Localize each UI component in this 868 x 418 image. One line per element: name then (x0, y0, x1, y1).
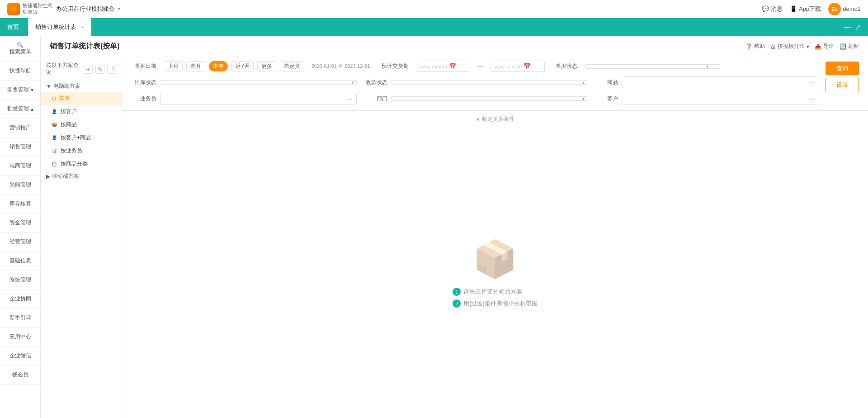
logo-icon: 🔶 (7, 3, 20, 15)
top-right-actions: 💬 消息 📱 App下载 Ea demo2 (762, 3, 861, 15)
sidebar-item-marketing[interactable]: 营销推广 (0, 119, 40, 138)
scheme-section-mobile[interactable]: ▶ 移动端方案 (41, 171, 122, 182)
tab-bar: 首页 销售订单统计表 × — ⤢ (0, 18, 868, 36)
tip-num-2: 2 (453, 299, 461, 308)
salesman-label: 业务员 (131, 95, 156, 103)
main-layout: 🔍 搜索菜单 快捷导航 零售管理 ▾ 批发管理 ▴ 营销推广 销售管理 电商管理… (0, 36, 868, 418)
customer-select[interactable]: ··· (622, 93, 818, 104)
scheme-add-btn[interactable]: + (84, 65, 93, 74)
sidebar-item-basic[interactable]: 基础信息 (0, 252, 40, 271)
out-status-select[interactable]: ▾ (160, 80, 357, 85)
scheme-item-by-order[interactable]: ⊙ 按单 (41, 92, 122, 105)
filter-actions-col: 查询 设置 (826, 62, 859, 92)
export-btn[interactable]: 📤 导出 (815, 43, 834, 50)
settings-button[interactable]: 设置 (826, 78, 859, 92)
collapse-bar[interactable]: ∧ 收起更多条件 (122, 110, 868, 128)
more-btn[interactable]: 更多 (257, 61, 276, 71)
date-label: 单据日期 (131, 62, 156, 70)
scheme-section-pc[interactable]: ▼ 电脑端方案 (41, 81, 122, 92)
sidebar-item-member[interactable]: 畅会员 (0, 366, 40, 385)
this-year-btn[interactable]: 本年 (209, 61, 228, 71)
sidebar-item-finance[interactable]: 资金管理 (0, 214, 40, 233)
salesman-select[interactable]: ··· (160, 93, 357, 104)
scheme-panel-header: 按以下方案查询 + ✎ 《 (41, 60, 122, 81)
sidebar-item-guide[interactable]: 新手引导 (0, 309, 40, 328)
filter-row-1: 单据日期 上月 本月 本年 近7天 更多 自定义 2023-01-01 至 20… (131, 61, 818, 72)
customer-ellipsis: ··· (809, 95, 814, 102)
custom-btn[interactable]: 自定义 (280, 61, 304, 71)
export-icon: 📤 (815, 43, 821, 50)
status-select[interactable]: ▾ (585, 64, 720, 69)
sidebar-item-operations[interactable]: 经营管理 (0, 233, 40, 252)
goods-select[interactable]: ··· (622, 76, 818, 88)
sidebar-item-search[interactable]: 🔍 搜索菜单 (0, 36, 40, 62)
dept-label: 部门 (362, 95, 387, 103)
this-month-btn[interactable]: 本月 (186, 61, 205, 71)
tab-sales-order-stats[interactable]: 销售订单统计表 × (28, 18, 91, 36)
sidebar-item-wechat[interactable]: 企业微信 (0, 347, 40, 366)
customer-cell: 客户 ··· (593, 93, 818, 104)
filter-bar: 单据日期 上月 本月 本年 近7天 更多 自定义 2023-01-01 至 20… (122, 55, 868, 110)
sidebar-item-purchase[interactable]: 采购管理 (0, 176, 40, 195)
sidebar-item-sales[interactable]: 销售管理 (0, 138, 40, 157)
app-title-dropdown[interactable]: 办公用品行业模拟账套 ▼ (56, 5, 121, 13)
receipt-status-chevron-icon: ▾ (582, 80, 585, 85)
person-icon: 👤 (52, 109, 57, 114)
salesman-cell: 业务员 ··· (131, 93, 357, 104)
table-icon: 📋 (52, 162, 57, 166)
receipt-status-select[interactable]: ▾ (391, 80, 588, 85)
scheme-edit-btn[interactable]: ✎ (95, 65, 104, 74)
message-icon: 💬 (762, 5, 769, 12)
chevron-up-icon: ▴ (31, 106, 33, 112)
empty-illustration: 📦 (472, 238, 518, 280)
circle-icon: ⊙ (52, 95, 57, 102)
collapse-icon: ∧ (476, 116, 480, 123)
date-quick-btns: 上月 本月 本年 近7天 更多 自定义 (164, 61, 304, 71)
out-status-select-wrap: ▾ (160, 80, 357, 85)
filter-row-3: 业务员 ··· 部门 (131, 93, 818, 104)
message-btn[interactable]: 💬 消息 (762, 5, 783, 13)
refresh-icon: 🔄 (840, 43, 846, 50)
tab-home[interactable]: 首页 (0, 18, 26, 36)
refresh-btn[interactable]: 🔄 刷新 (840, 43, 859, 50)
out-status-chevron-icon: ▾ (352, 80, 354, 85)
minimize-btn[interactable]: — (844, 23, 851, 31)
dept-select-wrap: ▾ (391, 96, 588, 101)
query-button[interactable]: 查询 (826, 62, 859, 75)
sidebar-item-quick-nav[interactable]: 快捷导航 (0, 62, 40, 81)
scheme-item-by-goods[interactable]: 📦 按商品 (41, 118, 122, 131)
maximize-btn[interactable]: ⤢ (855, 23, 861, 32)
template-print-btn[interactable]: 🖨 按模板打印 ▾ (770, 43, 809, 50)
scheme-panel-icons: + ✎ 《 (84, 65, 116, 74)
customer-label: 客户 (593, 95, 618, 103)
scheme-item-by-customer[interactable]: 👤 按客户 (41, 105, 122, 118)
last-month-btn[interactable]: 上月 (164, 61, 183, 71)
sidebar-item-system[interactable]: 系统管理 (0, 271, 40, 290)
expected-date-from[interactable]: yyyy-mm-dd 📅 (416, 61, 470, 72)
sidebar-item-wholesale[interactable]: 批发管理 ▴ (0, 100, 40, 119)
help-icon: ❓ (745, 43, 752, 50)
tab-close-icon[interactable]: × (81, 24, 84, 30)
status-select-wrap: ▾ (585, 64, 711, 69)
app-download-btn[interactable]: 📱 App下载 (790, 5, 821, 13)
sidebar-item-retail[interactable]: 零售管理 ▾ (0, 81, 40, 100)
avatar: Ea (828, 3, 841, 15)
out-status-cell: 出库状态 ▾ (131, 79, 357, 86)
scheme-item-by-salesman[interactable]: 📊 按业务员 (41, 144, 122, 157)
expected-date-to[interactable]: yyyy-mm-dd 📅 (491, 61, 545, 72)
sidebar-item-collab[interactable]: 企业协同 (0, 290, 40, 309)
sidebar-item-app-center[interactable]: 应用中心 (0, 328, 40, 347)
out-status-label: 出库状态 (131, 79, 156, 86)
empty-tips: 1 请先选择要分析的方案 2 用[过滤]条件来缩小分析范围 (453, 288, 537, 308)
sidebar-item-ecom[interactable]: 电商管理 (0, 157, 40, 176)
sidebar-item-inventory[interactable]: 库存核算 (0, 195, 40, 214)
scheme-item-by-customer-goods[interactable]: 👤 按客户+商品 (41, 131, 122, 144)
help-btn[interactable]: ❓ 帮助 (745, 43, 765, 50)
dept-select[interactable]: ▾ (391, 96, 588, 101)
scheme-item-by-category[interactable]: 📋 按商品分类 (41, 157, 122, 171)
user-menu[interactable]: Ea demo2 (828, 3, 861, 15)
filter-content: 单据日期 上月 本月 本年 近7天 更多 自定义 2023-01-01 至 20… (122, 55, 868, 418)
scheme-collapse-btn[interactable]: 《 (107, 65, 116, 74)
last7days-btn[interactable]: 近7天 (231, 61, 254, 71)
receipt-status-label: 收款状态 (362, 79, 387, 86)
